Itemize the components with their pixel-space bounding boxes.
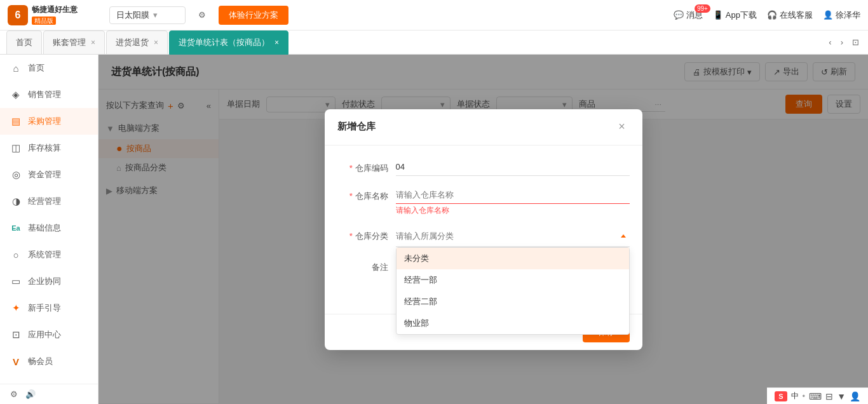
tab-home-label: 首页 (16, 37, 32, 48)
basic-icon: Ea (10, 222, 22, 234)
bottom-status-bar: S 中 • ⌨ ⊟ ▼ 👤 (767, 387, 868, 404)
sidebar-basic-label: 基础信息 (28, 222, 61, 234)
sidebar-item-finance[interactable]: ◎ 资金管理 (0, 161, 98, 188)
tab-bar: 首页 账套管理 × 进货退货 × 进货单统计表（按商品） × ‹ › ⊡ (0, 30, 868, 55)
user-status-icon: 👤 (850, 391, 860, 401)
main-layout: ⌂ 首页 ◈ 销售管理 ▤ 采购管理 ◫ 库存核算 ◎ 资金管理 ◑ 经营管理 … (0, 55, 868, 404)
dialog-body: 仓库编码 仓库名称 请输入仓库名称 (325, 145, 642, 314)
sidebar-purchase-label: 采购管理 (28, 116, 61, 127)
volume-icon: ▼ (837, 391, 846, 401)
tab-returns-label: 进货退货 (116, 37, 149, 48)
sidebar-enterprise-label: 企业协同 (28, 276, 61, 287)
appcenter-icon: ⊡ (10, 329, 22, 340)
logo-badge: 精品版 (32, 17, 56, 25)
settings-icon[interactable]: ⚙ (192, 5, 212, 25)
trial-button[interactable]: 体验行业方案 (219, 6, 288, 25)
header-right: 💬 消息 99+ 📱 App下载 🎧 在线客服 👤 徐泽华 (674, 10, 860, 21)
dropdown-item-dept3[interactable]: 物业部 (397, 313, 629, 334)
message-icon: 💬 (674, 10, 684, 20)
sidebar-item-basic[interactable]: Ea 基础信息 (0, 215, 98, 241)
sidebar-item-home[interactable]: ⌂ 首页 (0, 55, 98, 81)
s-brand-icon: S (775, 391, 787, 401)
dialog-title: 新增仓库 (337, 121, 376, 133)
sidebar-bottom-bar: ⚙ 🔊 (0, 384, 98, 404)
tab-returns-close[interactable]: × (154, 38, 158, 47)
tab-spacer: ‹ › ⊡ (826, 35, 862, 50)
sidebar-sound-icon[interactable]: 🔊 (25, 389, 36, 399)
dropdown-arrow-icon: ▾ (153, 10, 158, 20)
tab-prev-icon[interactable]: ‹ (826, 35, 834, 50)
dialog-close-button[interactable]: × (614, 119, 630, 135)
screen-icon: ⊟ (825, 391, 833, 401)
store-selector[interactable]: 日太阳膜 ▾ (109, 6, 186, 24)
form-row-name: 仓库名称 请输入仓库名称 (337, 186, 630, 216)
user-menu[interactable]: 👤 徐泽华 (823, 10, 860, 21)
tab-accounts[interactable]: 账套管理 × (43, 30, 105, 55)
form-row-category: 仓库分类 (337, 226, 630, 247)
app-download-btn[interactable]: 📱 App下载 (713, 10, 757, 21)
sidebar-item-purchase[interactable]: ▤ 采购管理 (0, 108, 98, 135)
category-label: 仓库分类 (337, 226, 388, 242)
phone-icon: 📱 (713, 10, 723, 20)
sidebar-system-label: 系统管理 (28, 249, 61, 260)
user-icon: 👤 (823, 10, 833, 20)
logo-icon: 6 (8, 5, 28, 25)
content-area: 进货单统计(按商品) 🖨 按模板打印 ▾ ↗ 导出 ↺ 刷新 (98, 55, 868, 404)
sidebar-home-label: 首页 (28, 62, 44, 74)
sidebar-item-sales[interactable]: ◈ 销售管理 (0, 81, 98, 108)
sidebar-item-inventory[interactable]: ◫ 库存核算 (0, 135, 98, 161)
dropdown-item-dept2[interactable]: 经营二部 (397, 291, 629, 313)
sidebar-item-enterprise[interactable]: ▭ 企业协同 (0, 268, 98, 295)
sidebar-sales-label: 销售管理 (28, 89, 61, 100)
logo-text: 畅捷通好生意 精品版 (32, 4, 78, 25)
tab-accounts-close[interactable]: × (91, 38, 95, 47)
store-name: 日太阳膜 (116, 10, 149, 21)
sidebar-item-system[interactable]: ○ 系统管理 (0, 241, 98, 268)
dialog-overlay: 新增仓库 × 仓库编码 仓库名称 (98, 55, 868, 404)
lang-indicator: 中 (791, 391, 799, 401)
sidebar-vip-label: 畅会员 (28, 356, 53, 367)
name-control: 请输入仓库名称 (396, 186, 630, 216)
dialog-header: 新增仓库 × (325, 109, 642, 145)
sidebar-inventory-label: 库存核算 (28, 142, 61, 154)
code-input[interactable] (396, 158, 630, 176)
tab-returns[interactable]: 进货退货 × (106, 30, 168, 55)
online-service-btn[interactable]: 🎧 在线客服 (767, 10, 813, 21)
headset-icon: 🎧 (767, 10, 777, 20)
finance-icon: ◎ (10, 169, 22, 180)
sidebar-item-vip[interactable]: V 畅会员 (0, 348, 98, 375)
name-error-msg: 请输入仓库名称 (396, 205, 630, 216)
sidebar-guide-label: 新手引导 (28, 302, 61, 314)
sales-icon: ◈ (10, 89, 22, 100)
name-input[interactable] (396, 186, 630, 204)
category-dropdown-arrow[interactable] (617, 230, 630, 243)
category-select-input[interactable] (396, 231, 617, 241)
dropdown-item-uncategorized[interactable]: 未分类 (397, 248, 629, 269)
message-badge: 99+ (695, 4, 710, 13)
tab-purchase-stats[interactable]: 进货单统计表（按商品） × (169, 30, 288, 55)
tab-expand-icon[interactable]: ⊡ (850, 35, 862, 50)
category-select-wrapper (396, 226, 630, 247)
tab-purchase-stats-close[interactable]: × (275, 38, 279, 47)
home-icon: ⌂ (10, 62, 22, 74)
tab-home[interactable]: 首页 (6, 30, 42, 55)
code-label: 仓库编码 (337, 158, 388, 174)
sidebar-finance-label: 资金管理 (28, 169, 61, 180)
sidebar-item-appcenter[interactable]: ⊡ 应用中心 (0, 321, 98, 348)
sidebar-item-operation[interactable]: ◑ 经营管理 (0, 188, 98, 215)
tab-accounts-label: 账套管理 (53, 37, 86, 48)
inventory-icon: ◫ (10, 142, 22, 154)
sidebar-item-guide[interactable]: ✦ 新手引导 (0, 295, 98, 321)
notes-label: 备注 (337, 257, 388, 273)
tab-next-icon[interactable]: › (838, 35, 846, 50)
sidebar-settings-icon[interactable]: ⚙ (10, 389, 18, 399)
dropdown-item-dept1[interactable]: 经营一部 (397, 269, 629, 291)
keyboard-icon: ⌨ (809, 391, 822, 401)
category-control: 未分类 经营一部 经营二部 物业部 (396, 226, 630, 247)
sidebar-appcenter-label: 应用中心 (28, 329, 61, 340)
guide-icon: ✦ (10, 302, 22, 314)
separator-1: • (803, 391, 806, 401)
message-btn[interactable]: 💬 消息 99+ (674, 10, 703, 21)
system-icon: ○ (10, 249, 22, 260)
new-warehouse-dialog: 新增仓库 × 仓库编码 仓库名称 (325, 109, 642, 350)
